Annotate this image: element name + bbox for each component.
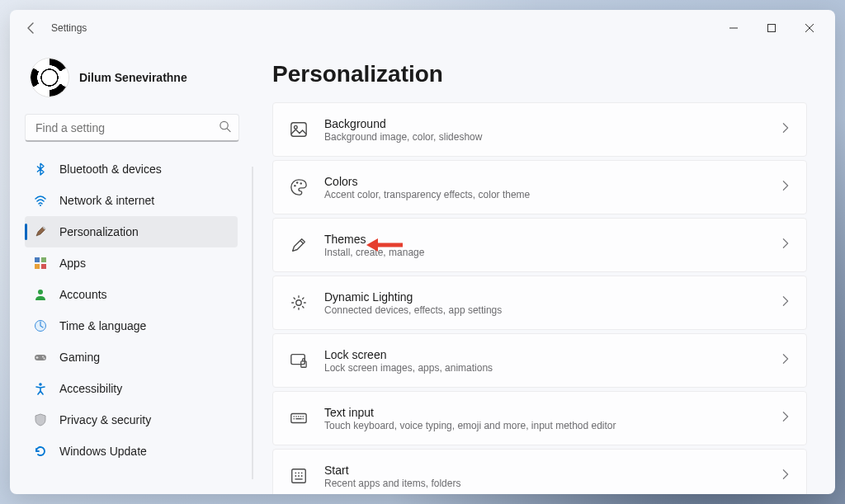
card-themes[interactable]: Themes Install, create, manage <box>272 218 807 272</box>
card-subtitle: Accent color, transparency effects, colo… <box>324 189 780 200</box>
card-background[interactable]: Background Background image, color, slid… <box>272 102 807 157</box>
card-title: Lock screen <box>324 348 780 361</box>
card-text: Lock screen Lock screen images, apps, an… <box>324 348 780 374</box>
sidebar-item-label: Accessibility <box>59 382 122 395</box>
bluetooth-icon <box>33 162 48 177</box>
sidebar-item-label: Gaming <box>59 351 100 364</box>
page-title: Personalization <box>272 61 807 87</box>
sidebar-item-label: Time & language <box>59 319 146 332</box>
svg-point-17 <box>300 182 302 184</box>
window-title: Settings <box>51 22 87 34</box>
sidebar-item-apps[interactable]: Apps <box>25 247 238 279</box>
sidebar-item-label: Bluetooth & devices <box>59 163 162 176</box>
svg-point-14 <box>295 125 298 129</box>
sidebar-item-label: Apps <box>59 257 86 270</box>
svg-rect-22 <box>294 416 295 417</box>
back-button[interactable] <box>17 13 46 43</box>
card-subtitle: Connected devices, effects, app settings <box>324 304 780 316</box>
lock-screen-icon <box>288 350 309 371</box>
svg-point-31 <box>295 472 296 473</box>
sidebar-item-label: Network & internet <box>59 194 154 207</box>
card-title: Themes <box>324 233 780 246</box>
sidebar-item-privacy[interactable]: Privacy & security <box>25 404 238 436</box>
person-icon <box>33 287 48 302</box>
svg-point-32 <box>298 472 300 473</box>
svg-rect-28 <box>295 418 301 419</box>
chevron-right-icon <box>780 469 791 483</box>
search-box <box>25 114 239 142</box>
card-colors[interactable]: Colors Accent color, transparency effect… <box>272 160 807 214</box>
sidebar-item-time[interactable]: Time & language <box>25 310 238 341</box>
sidebar-item-personalization[interactable]: Personalization <box>25 216 238 247</box>
sidebar-item-bluetooth[interactable]: Bluetooth & devices <box>25 153 238 185</box>
svg-point-7 <box>38 290 43 294</box>
svg-point-36 <box>301 475 303 477</box>
card-text-input[interactable]: Text input Touch keyboard, voice typing,… <box>272 391 807 445</box>
profile-name: Dilum Senevirathne <box>79 71 187 84</box>
main-content[interactable]: Personalization Background Background im… <box>249 46 835 494</box>
svg-point-16 <box>296 181 298 183</box>
card-text: Dynamic Lighting Connected devices, effe… <box>324 290 780 316</box>
svg-rect-23 <box>295 416 296 417</box>
svg-point-15 <box>294 185 295 186</box>
card-start[interactable]: Start Recent apps and items, folders <box>272 449 807 494</box>
sidebar-item-update[interactable]: Windows Update <box>25 436 238 467</box>
sidebar-nav[interactable]: Bluetooth & devices Network & internet P… <box>25 153 239 484</box>
arrow-left-icon <box>25 21 38 35</box>
sidebar-item-accounts[interactable]: Accounts <box>25 279 238 310</box>
shield-icon <box>33 412 48 427</box>
card-text: Text input Touch keyboard, voice typing,… <box>324 406 780 431</box>
sidebar-item-label: Accounts <box>59 288 107 301</box>
avatar <box>30 58 69 97</box>
svg-rect-37 <box>295 478 302 479</box>
wifi-icon <box>33 193 48 208</box>
svg-point-18 <box>296 300 301 305</box>
svg-point-34 <box>295 475 296 477</box>
card-title: Background <box>324 117 780 130</box>
sidebar-item-gaming[interactable]: Gaming <box>25 341 238 373</box>
chevron-right-icon <box>780 295 791 310</box>
card-subtitle: Lock screen images, apps, animations <box>324 362 780 374</box>
card-lock-screen[interactable]: Lock screen Lock screen images, apps, an… <box>272 333 807 388</box>
search-input[interactable] <box>25 114 239 142</box>
sidebar: Dilum Senevirathne Bluetooth & devices <box>10 46 249 494</box>
sidebar-item-accessibility[interactable]: Accessibility <box>25 373 238 404</box>
svg-point-35 <box>298 475 300 477</box>
svg-point-11 <box>44 358 45 360</box>
close-button[interactable] <box>791 15 828 41</box>
lighting-icon <box>288 292 309 313</box>
chevron-right-icon <box>780 180 791 195</box>
minimize-button[interactable] <box>715 15 753 41</box>
svg-rect-29 <box>303 418 304 419</box>
svg-rect-25 <box>300 416 301 417</box>
svg-rect-5 <box>35 264 40 269</box>
card-dynamic-lighting[interactable]: Dynamic Lighting Connected devices, effe… <box>272 276 807 330</box>
start-icon <box>288 465 309 487</box>
svg-rect-27 <box>294 418 295 419</box>
minimize-icon <box>729 24 738 32</box>
update-icon <box>33 444 48 459</box>
card-title: Colors <box>324 175 780 188</box>
svg-point-12 <box>39 383 42 386</box>
close-icon <box>805 24 814 32</box>
svg-rect-24 <box>298 416 299 417</box>
sidebar-item-label: Windows Update <box>59 445 147 458</box>
sidebar-item-label: Privacy & security <box>59 413 151 426</box>
accessibility-icon <box>33 381 48 396</box>
gamepad-icon <box>33 350 48 365</box>
maximize-button[interactable] <box>753 15 791 41</box>
profile-section[interactable]: Dilum Senevirathne <box>25 46 239 114</box>
body-area: Dilum Senevirathne Bluetooth & devices <box>10 46 835 494</box>
svg-rect-13 <box>291 123 306 137</box>
sidebar-item-network[interactable]: Network & internet <box>25 185 238 216</box>
card-subtitle: Background image, color, slideshow <box>324 131 780 143</box>
sidebar-item-label: Personalization <box>59 225 139 238</box>
chevron-right-icon <box>780 353 791 368</box>
picture-icon <box>288 119 309 140</box>
svg-point-2 <box>40 205 41 206</box>
card-subtitle: Install, create, manage <box>324 247 780 258</box>
svg-rect-0 <box>768 25 776 32</box>
svg-point-33 <box>301 472 303 473</box>
card-text: Background Background image, color, slid… <box>324 117 780 143</box>
card-title: Start <box>324 464 780 477</box>
